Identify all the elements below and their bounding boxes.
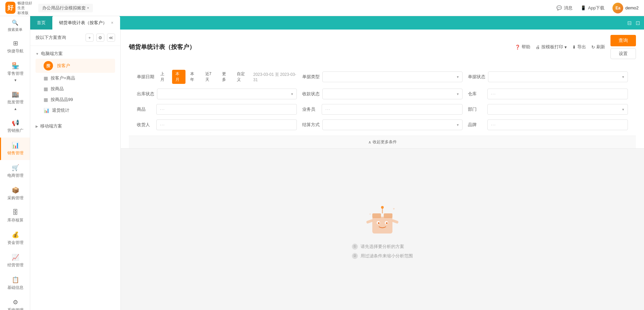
chevron-down-icon: ▾ — [622, 107, 624, 112]
empty-hint-2: ② 用过滤条件来缩小分析范围 — [352, 253, 413, 259]
sidebar-item-inventory[interactable]: 🗄 库存核算 — [0, 205, 30, 227]
date-tab-thisyear[interactable]: 本年 — [187, 70, 201, 84]
sidebar-item-search[interactable]: 🔍 搜索菜单 — [0, 16, 30, 36]
scheme-item-by-product[interactable]: ▦ 按商品 — [36, 84, 115, 94]
date-tab-thismonth[interactable]: 本月 — [172, 70, 186, 84]
date-tab-7days[interactable]: 近7天 — [202, 70, 217, 84]
product-control[interactable]: ··· — [156, 104, 297, 115]
staff-control[interactable]: ··· — [322, 104, 462, 115]
filter-recipient: 收货人 ··· — [137, 119, 297, 130]
date-tab-lastmonth[interactable]: 上月 — [157, 70, 171, 84]
sidebar: 🔍 搜索菜单 ⊞ 快捷导航 🏪 零售管理 ▾ 🏬 批发管理 ▴ 📢 营销推广 — [0, 16, 30, 310]
brand-control[interactable]: ··· — [487, 119, 628, 130]
minimize-icon[interactable]: ⊟ — [627, 20, 632, 26]
tab-close-icon[interactable]: × — [111, 20, 113, 25]
refresh-icon: ↻ — [591, 45, 595, 50]
sidebar-item-ecommerce[interactable]: 🛒 电商管理 — [0, 160, 30, 183]
desktop-group-header[interactable]: ▼ 电脑端方案 — [36, 49, 115, 59]
export-button[interactable]: ⬇ 导出 — [572, 44, 586, 50]
filter-staff: 业务员 ··· — [302, 104, 462, 115]
sidebar-item-quicknav[interactable]: ⊞ 快捷导航 — [0, 36, 30, 58]
search-icon: 🔍 — [12, 19, 18, 26]
scheme-icon: ▦ — [44, 75, 48, 81]
mobile-group-header[interactable]: ▶ 移动端方案 — [36, 121, 115, 131]
date-tab-custom[interactable]: 自定义 — [233, 70, 251, 84]
refresh-button[interactable]: ↻ 刷新 — [591, 44, 605, 50]
chart-icon: 📊 — [44, 108, 49, 113]
left-panel: 按以下方案查询 + ⚙ ≪ ▼ 电脑端方案 — [30, 30, 121, 310]
chevron-down-icon: ▾ — [457, 92, 459, 96]
help-button[interactable]: ❓ 帮助 — [515, 44, 530, 50]
logo-icon: 好 — [5, 2, 15, 14]
settings-button[interactable]: 设置 — [610, 48, 636, 59]
sidebar-item-basic[interactable]: 📋 基础信息 — [0, 272, 30, 295]
scheme-item-by-customer[interactable]: 按 按客户 — [36, 59, 115, 73]
dept-control[interactable]: ▾ — [487, 104, 628, 115]
panel-header: 按以下方案查询 + ⚙ ≪ — [30, 30, 120, 46]
collapse-bar[interactable]: ∧ 收起更多条件 — [129, 136, 636, 148]
query-button[interactable]: 查询 — [610, 35, 636, 46]
date-tab-more[interactable]: 更多 — [219, 70, 232, 84]
chevron-down-icon: ▾ — [457, 75, 459, 79]
receipt-status-control[interactable]: ▾ — [322, 89, 462, 99]
sidebar-item-retail[interactable]: 🏪 零售管理 ▾ — [0, 58, 30, 87]
panel-actions: + ⚙ ≪ — [86, 34, 115, 42]
scheme-icon: ▦ — [44, 86, 48, 92]
main-layout: 🔍 搜索菜单 ⊞ 快捷导航 🏪 零售管理 ▾ 🏬 批发管理 ▴ 📢 营销推广 — [0, 16, 644, 310]
recipient-control[interactable]: ··· — [156, 119, 297, 130]
filter-warehouse: 仓库 ··· — [468, 89, 628, 99]
scheme-item-by-customer-product[interactable]: ▦ 按客户+商品 — [36, 73, 115, 84]
user-area[interactable]: Ea demo2 — [612, 3, 639, 13]
purchase-icon: 📦 — [12, 187, 19, 194]
system-icon: ⚙ — [13, 299, 18, 306]
chevron-down-icon: ▾ — [622, 75, 624, 79]
tab-bar: 首页 销货单统计表（按客户） × ⊟ ⊡ — [30, 16, 644, 30]
template-print-button[interactable]: 🖨 按模板打印 ▾ — [536, 44, 567, 50]
sidebar-item-purchase[interactable]: 📦 采购管理 — [0, 183, 30, 205]
warehouse-control[interactable]: ··· — [487, 89, 628, 99]
top-header: 好 畅捷信好生意 标准版 办公用品行业模拟账套 ▾ 💬 消息 📱 App下载 E… — [0, 0, 644, 16]
svg-text:✦: ✦ — [392, 207, 395, 211]
scheme-item-by-product99[interactable]: ▦ 按商品品99 — [36, 94, 115, 105]
page-title: 销货单统计表（按客户） — [129, 43, 195, 51]
sidebar-item-marketing[interactable]: 📢 营销推广 — [0, 115, 30, 138]
filter-row-2: 出库状态 ▾ 收款状态 — [137, 89, 628, 99]
chevron-icon: ▴ — [14, 106, 16, 111]
marketing-icon: 📢 — [12, 119, 19, 126]
page-actions: ❓ 帮助 🖨 按模板打印 ▾ ⬇ 导出 — [515, 35, 636, 59]
content-area: 首页 销货单统计表（按客户） × ⊟ ⊡ 按以下方案查询 — [30, 16, 644, 310]
expand-icon: ▶ — [36, 124, 38, 128]
out-status-control[interactable]: ▾ — [157, 89, 297, 99]
help-icon: ❓ — [515, 45, 520, 50]
doc-status-control[interactable]: ▾ — [488, 71, 628, 82]
collapse-scheme-button[interactable]: ≪ — [107, 34, 115, 42]
sidebar-item-operation[interactable]: 📈 经营管理 — [0, 250, 30, 272]
chevron-down-icon: ▾ — [291, 92, 293, 96]
doc-type-control[interactable]: ▾ — [322, 71, 462, 82]
svg-rect-0 — [372, 217, 392, 234]
print-icon: 🖨 — [536, 45, 540, 50]
sidebar-item-wholesale[interactable]: 🏬 批发管理 ▴ — [0, 87, 30, 115]
scheme-desktop-group: ▼ 电脑端方案 按 按客户 ▦ 按客户+商品 — [30, 46, 120, 118]
settlement-control[interactable]: ▾ — [322, 119, 462, 130]
message-button[interactable]: 💬 消息 — [556, 5, 573, 11]
sidebar-item-system[interactable]: ⚙ 系统管理 — [0, 295, 30, 310]
sidebar-item-finance[interactable]: 💰 资金管理 — [0, 227, 30, 250]
tab-home[interactable]: 首页 — [30, 16, 52, 30]
settings-scheme-button[interactable]: ⚙ — [96, 34, 104, 42]
chevron-down-icon: ▾ — [87, 6, 89, 10]
grid-icon: ⊞ — [13, 40, 18, 47]
date-tabs: 上月 本月 本年 近7天 更多 自定义 — [157, 70, 251, 84]
app-download-button[interactable]: 📱 App下载 — [581, 5, 604, 11]
filter-doc-status: 单据状态 ▾ — [468, 71, 628, 82]
filter-date: 单据日期 上月 本月 本年 近7天 更多 自定义 — [137, 70, 297, 84]
scheme-item-return-stats[interactable]: 📊 退货统计 — [36, 105, 115, 116]
sidebar-item-sales[interactable]: 📊 销售管理 — [0, 138, 30, 160]
finance-icon: 💰 — [12, 231, 19, 239]
industry-selector[interactable]: 办公用品行业模拟账套 ▾ — [38, 4, 93, 12]
maximize-icon[interactable]: ⊡ — [636, 20, 640, 26]
date-filter: 上月 本月 本年 近7天 更多 自定义 2023-03-01 至 2023-03… — [157, 70, 297, 84]
add-scheme-button[interactable]: + — [86, 34, 94, 42]
empty-hints: ① 请先选择要分析的方案 ② 用过滤条件来缩小分析范围 — [352, 244, 413, 259]
tab-active[interactable]: 销货单统计表（按客户） × — [52, 16, 120, 30]
